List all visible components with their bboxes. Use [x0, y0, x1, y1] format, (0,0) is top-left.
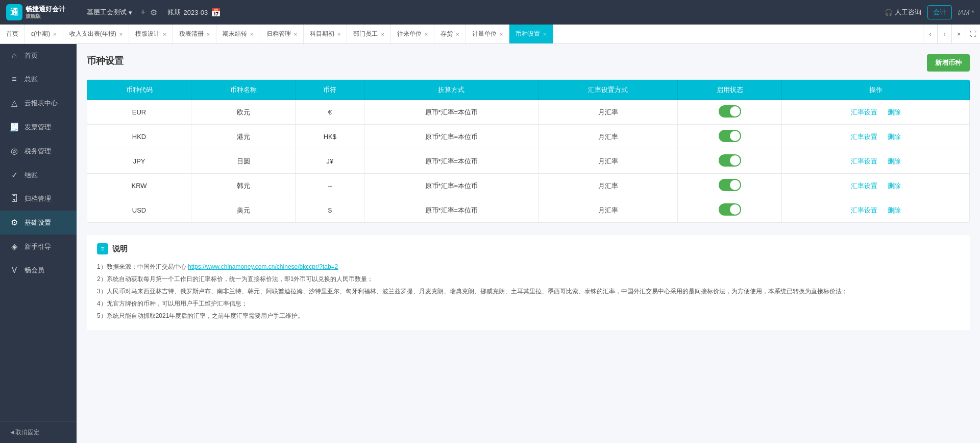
tab-department[interactable]: 部门员工 ×: [347, 25, 390, 44]
sidebar-pin-toggle[interactable]: ◄取消固定: [0, 422, 77, 443]
tab-prev-arrow[interactable]: ‹: [923, 25, 937, 44]
tab-period-close[interactable]: 期末结转 ×: [216, 25, 260, 44]
tab-annual[interactable]: 收入支出表(年报) ×: [63, 25, 129, 44]
rate-setting-link[interactable]: 汇率设置: [851, 157, 877, 165]
notes-content: 1）数据来源：中国外汇交易中心 https://www.chinamoney.c…: [97, 261, 960, 322]
cell-status[interactable]: [678, 149, 782, 174]
delete-link[interactable]: 删除: [888, 157, 901, 165]
notes-icon: ≡: [97, 243, 108, 254]
delete-link[interactable]: 删除: [888, 108, 901, 116]
toggle-switch[interactable]: [719, 154, 741, 167]
tab-next-arrow[interactable]: ›: [937, 25, 951, 44]
headset-icon: 🎧: [885, 9, 893, 16]
table-row: HKD 港元 HK$ 原币*汇率=本位币 月汇率 汇率设置 删除: [87, 125, 970, 149]
chinamoney-link[interactable]: https://www.chinamoney.com.cn/chinese/bk…: [188, 263, 338, 270]
cell-actions: 汇率设置 删除: [782, 149, 970, 174]
tab-home[interactable]: 首页: [0, 25, 25, 44]
cell-status[interactable]: [678, 125, 782, 149]
tab-archive[interactable]: 归档管理 ×: [260, 25, 304, 44]
toggle-switch[interactable]: [719, 203, 741, 216]
new-currency-button[interactable]: 新增币种: [927, 54, 970, 72]
tab-navigation: ‹ › × ⛶: [923, 25, 980, 44]
tab-units-label: 计量单位: [472, 30, 497, 38]
tab-taxclear[interactable]: 税表清册 ×: [173, 25, 216, 44]
cell-status[interactable]: [678, 174, 782, 198]
tab-midterm-close[interactable]: ×: [53, 31, 56, 37]
account-button[interactable]: 会计: [927, 5, 952, 19]
tab-midterm-label: ε(中期): [31, 30, 50, 38]
cell-calc: 原币*汇率=本位币: [364, 100, 538, 125]
cell-calc: 原币*汇率=本位币: [364, 198, 538, 223]
cell-symbol: J¥: [296, 149, 364, 174]
tab-currency-close[interactable]: ×: [543, 31, 546, 37]
tab-inventory[interactable]: 存货 ×: [434, 25, 465, 44]
delete-link[interactable]: 删除: [888, 182, 901, 190]
sidebar-archive-label: 归档管理: [24, 194, 51, 203]
tab-currency[interactable]: 币种设置 ×: [509, 25, 553, 44]
delete-link[interactable]: 删除: [888, 206, 901, 214]
cell-code: EUR: [87, 100, 191, 125]
tab-close-all[interactable]: ×: [951, 25, 966, 44]
app-name: 畅捷通好会计: [26, 5, 65, 13]
tab-units-close[interactable]: ×: [500, 31, 503, 37]
workspace-area: 基层工会测试 ▾ + ⚙: [83, 6, 157, 19]
sidebar-item-ledger[interactable]: ≡ 总账: [0, 67, 77, 91]
sidebar-item-guide[interactable]: ◈ 新手引导: [0, 235, 77, 259]
sidebar-item-member[interactable]: V 畅会员: [0, 259, 77, 282]
table-row: USD 美元 $ 原币*汇率=本位币 月汇率 汇率设置 删除: [87, 198, 970, 223]
sidebar-item-reports[interactable]: △ 云报表中心: [0, 91, 77, 115]
rate-setting-link[interactable]: 汇率设置: [851, 108, 877, 116]
guide-icon: ◈: [9, 242, 19, 251]
col-code: 币种代码: [87, 80, 191, 100]
tab-annual-close[interactable]: ×: [119, 31, 122, 37]
settings-icon[interactable]: ⚙: [150, 8, 157, 17]
tab-customers-close[interactable]: ×: [425, 31, 428, 37]
reports-icon: △: [9, 98, 19, 108]
toggle-switch[interactable]: [719, 179, 741, 191]
tab-archive-close[interactable]: ×: [294, 31, 297, 37]
workspace-selector[interactable]: 基层工会测试 ▾: [83, 6, 136, 19]
sidebar-tax-label: 税务管理: [24, 147, 51, 156]
tab-period-close-x[interactable]: ×: [250, 31, 253, 37]
col-calc: 折算方式: [364, 80, 538, 100]
sidebar-item-archive[interactable]: 🗄 归档管理: [0, 187, 77, 211]
sidebar-item-invoices[interactable]: 🧾 发票管理: [0, 115, 77, 139]
sidebar-item-tax[interactable]: ◎ 税务管理: [0, 139, 77, 163]
cell-calc: 原币*汇率=本位币: [364, 174, 538, 198]
notes-item: 1）数据来源：中国外汇交易中心 https://www.chinamoney.c…: [97, 261, 960, 273]
cell-actions: 汇率设置 删除: [782, 125, 970, 149]
toggle-switch[interactable]: [719, 130, 741, 142]
sidebar: ⌂ 首页 ≡ 总账 △ 云报表中心 🧾 发票管理 ◎ 税务管理 ✓ 结账 🗄 归…: [0, 44, 77, 443]
tab-expand[interactable]: ⛶: [966, 25, 980, 44]
tab-subject-init-close[interactable]: ×: [337, 31, 340, 37]
delete-link[interactable]: 删除: [888, 133, 901, 141]
tab-units[interactable]: 计量单位 ×: [466, 25, 509, 44]
add-workspace-icon[interactable]: +: [140, 8, 146, 17]
tab-taxclear-label: 税表清册: [179, 30, 204, 38]
tab-subject-init[interactable]: 科目期初 ×: [304, 25, 347, 44]
calendar-icon[interactable]: 📅: [211, 8, 221, 17]
sidebar-item-closing[interactable]: ✓ 结账: [0, 163, 77, 187]
sidebar-item-settings[interactable]: ⚙ 基础设置: [0, 211, 77, 235]
support-button[interactable]: 🎧 人工咨询: [885, 8, 921, 17]
cell-code: KRW: [87, 174, 191, 198]
tab-customers[interactable]: 往来单位 ×: [391, 25, 434, 44]
period-value: 2023-03: [184, 9, 208, 16]
cell-status[interactable]: [678, 198, 782, 223]
toggle-switch[interactable]: [719, 105, 741, 118]
rate-setting-link[interactable]: 汇率设置: [851, 133, 877, 141]
notes-item: 4）无官方牌价的币种，可以用用户手工维护汇率信息；: [97, 297, 960, 310]
sidebar-item-home[interactable]: ⌂ 首页: [0, 44, 77, 67]
tab-template-close[interactable]: ×: [163, 31, 166, 37]
tab-inventory-close[interactable]: ×: [456, 31, 459, 37]
rate-setting-link[interactable]: 汇率设置: [851, 206, 877, 214]
tab-template[interactable]: 模版设计 ×: [129, 25, 173, 44]
tab-taxclear-close[interactable]: ×: [207, 31, 210, 37]
cell-symbol: €: [296, 100, 364, 125]
cell-status[interactable]: [678, 100, 782, 125]
sidebar-invoices-label: 发票管理: [24, 123, 51, 132]
tab-midterm[interactable]: ε(中期) ×: [25, 25, 63, 44]
tab-department-close[interactable]: ×: [381, 31, 384, 37]
rate-setting-link[interactable]: 汇率设置: [851, 182, 877, 190]
iam-label: iAM *: [958, 9, 974, 16]
